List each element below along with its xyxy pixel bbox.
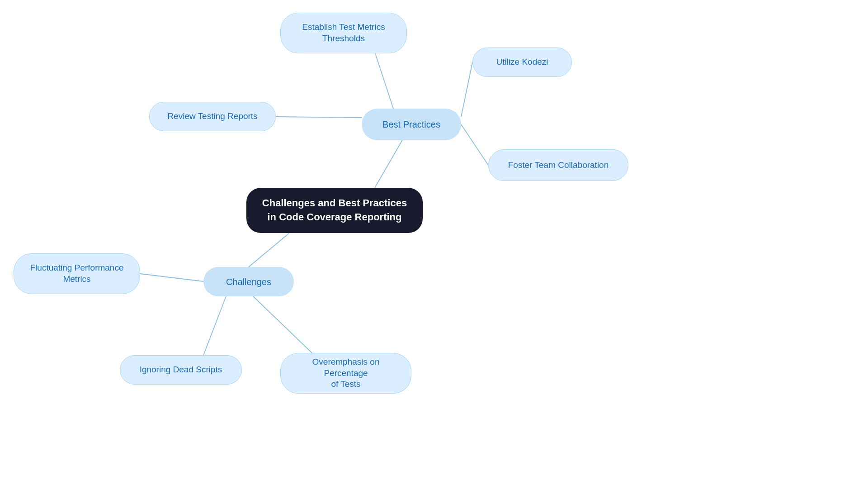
ignoring-label: Ignoring Dead Scripts [140, 364, 222, 376]
challenges-label: Challenges [226, 276, 271, 288]
svg-line-2 [276, 117, 362, 118]
ignoring-node: Ignoring Dead Scripts [120, 355, 242, 385]
svg-line-4 [461, 124, 488, 165]
svg-line-6 [140, 274, 203, 281]
overemphasis-node: Overemphasis on Percentage of Tests [280, 353, 411, 394]
best-practices-node: Best Practices [362, 109, 461, 140]
foster-node: Foster Team Collaboration [488, 149, 628, 181]
overemphasis-label: Overemphasis on Percentage of Tests [293, 357, 398, 390]
utilize-node: Utilize Kodezi [472, 48, 572, 77]
connections-svg [0, 0, 868, 490]
challenges-node: Challenges [203, 267, 294, 296]
svg-line-7 [203, 296, 226, 355]
svg-line-8 [253, 296, 312, 353]
review-label: Review Testing Reports [167, 111, 257, 122]
svg-line-3 [461, 62, 472, 117]
center-node: Challenges and Best Practices in Code Co… [246, 188, 423, 233]
review-node: Review Testing Reports [149, 102, 276, 131]
center-label: Challenges and Best Practices in Code Co… [259, 196, 410, 224]
utilize-label: Utilize Kodezi [496, 57, 548, 68]
fluctuating-node: Fluctuating Performance Metrics [14, 253, 140, 294]
establish-label: Establish Test Metrics Thresholds [302, 22, 385, 44]
foster-label: Foster Team Collaboration [508, 160, 609, 171]
best-practices-label: Best Practices [382, 119, 440, 130]
svg-line-5 [249, 233, 289, 267]
svg-line-1 [375, 53, 393, 109]
fluctuating-label: Fluctuating Performance Metrics [30, 262, 124, 285]
establish-node: Establish Test Metrics Thresholds [280, 13, 407, 53]
